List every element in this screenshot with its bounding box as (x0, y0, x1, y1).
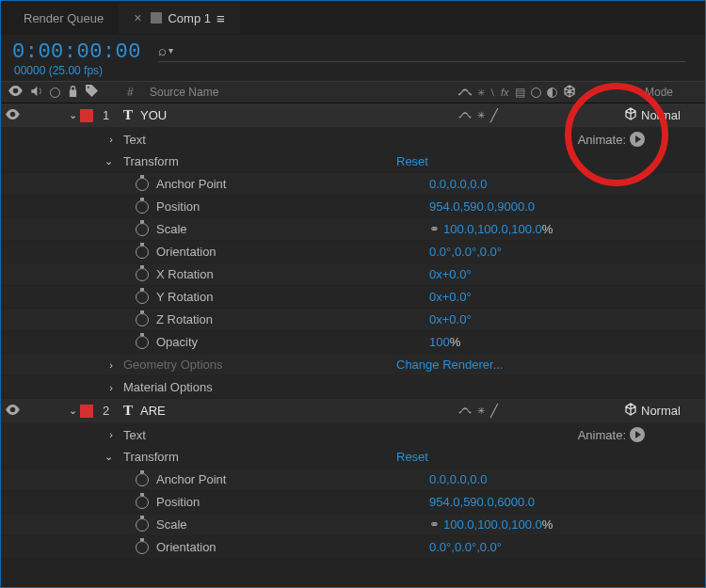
eye-toggle-icon[interactable] (6, 108, 20, 122)
close-icon[interactable]: × (134, 10, 141, 25)
text-group-label[interactable]: Text (123, 428, 425, 442)
prop-scale[interactable]: Scale (156, 517, 429, 532)
twirl-right-icon[interactable]: › (106, 382, 116, 393)
layer-row[interactable]: ⌄ 1 T YOU ✳ ╱ Normal (1, 103, 705, 128)
3d-header-icon (563, 85, 576, 101)
prop-anchor-point-value[interactable]: 0.0,0.0,0.0 (429, 472, 705, 486)
3d-toggle-icon[interactable] (624, 403, 637, 419)
prop-opacity-value[interactable]: 100% (429, 335, 705, 349)
twirl-down-icon[interactable]: ⌄ (66, 109, 80, 121)
prop-position[interactable]: Position (156, 495, 429, 509)
stopwatch-icon[interactable] (136, 473, 149, 486)
material-options-label[interactable]: Material Options (123, 380, 396, 394)
tab-comp-1[interactable]: × Comp 1 ≡ (119, 3, 239, 34)
layer-index: 1 (97, 108, 123, 122)
animate-menu-icon[interactable] (630, 132, 645, 147)
col-mode[interactable]: Mode (637, 86, 705, 99)
col-source-name[interactable]: Source Name (150, 86, 458, 99)
blend-mode[interactable]: Normal (637, 108, 705, 122)
layer-name[interactable]: YOU (140, 108, 167, 122)
text-layer-icon: T (123, 107, 133, 123)
stopwatch-icon[interactable] (136, 178, 149, 191)
frameblend-header-icon: ▤ (515, 86, 525, 99)
current-time[interactable]: 0:00:00:00 (12, 40, 141, 64)
fx-header-icon: ✳ (477, 87, 485, 98)
stopwatch-icon[interactable] (136, 291, 149, 304)
prop-orientation-value[interactable]: 0.0°,0.0°,0.0° (429, 540, 705, 554)
prop-x-rotation-value[interactable]: 0x+0.0° (429, 267, 705, 281)
stopwatch-icon[interactable] (136, 246, 149, 259)
eye-header-icon (8, 86, 23, 99)
stopwatch-icon[interactable] (136, 336, 149, 349)
twirl-down-icon[interactable]: ⌄ (102, 451, 116, 463)
prop-position[interactable]: Position (156, 199, 429, 214)
prop-orientation-value[interactable]: 0.0°,0.0°,0.0° (429, 245, 705, 259)
animate-menu-icon[interactable] (630, 427, 645, 442)
prop-orientation[interactable]: Orientation (156, 540, 429, 554)
change-renderer-link[interactable]: Change Renderer... (396, 358, 705, 372)
constrain-link-icon[interactable]: ⚭ (429, 517, 440, 532)
stopwatch-icon[interactable] (136, 200, 149, 214)
prop-x-rotation[interactable]: X Rotation (156, 267, 429, 281)
solo-header-icon (50, 87, 60, 98)
shy-toggle-icon[interactable] (458, 404, 472, 418)
prop-anchor-point[interactable]: Anchor Point (156, 472, 429, 486)
prop-scale[interactable]: Scale (156, 222, 429, 236)
prop-scale-value[interactable]: ⚭100.0,100.0,100.0% (429, 222, 705, 236)
prop-anchor-point-value[interactable]: 0.0,0.0,0.0 (429, 177, 705, 191)
blend-mode[interactable]: Normal (637, 404, 705, 418)
prop-position-value[interactable]: 954.0,590.0,9000.0 (429, 199, 705, 214)
stopwatch-icon[interactable] (136, 223, 149, 236)
prop-scale-value[interactable]: ⚭100.0,100.0,100.0% (429, 517, 705, 532)
quality-toggle-icon[interactable]: ╱ (490, 108, 498, 122)
prop-position-value[interactable]: 954.0,590.0,6000.0 (429, 495, 705, 509)
twirl-right-icon[interactable]: › (106, 134, 116, 145)
text-group-label[interactable]: Text (123, 133, 425, 147)
effects-header-icon: fx (501, 87, 509, 98)
search-dropdown-icon[interactable]: ▾ (168, 45, 173, 56)
prop-opacity[interactable]: Opacity (156, 335, 429, 349)
frame-info[interactable]: 00000 (25.00 fps) (1, 64, 705, 81)
stopwatch-icon[interactable] (136, 496, 149, 509)
tab-label: Comp 1 (168, 11, 211, 25)
stopwatch-icon[interactable] (136, 313, 149, 326)
twirl-right-icon[interactable]: › (106, 429, 116, 440)
prop-y-rotation[interactable]: Y Rotation (156, 290, 429, 304)
comp-swatch-icon (151, 12, 162, 24)
quality-toggle-icon[interactable]: ╱ (490, 404, 498, 418)
transform-reset[interactable]: Reset (396, 450, 705, 464)
transform-reset[interactable]: Reset (396, 154, 705, 168)
constrain-link-icon[interactable]: ⚭ (429, 222, 440, 236)
prop-y-rotation-value[interactable]: 0x+0.0° (429, 290, 705, 304)
text-layer-icon: T (123, 403, 133, 419)
lock-header-icon (68, 85, 78, 100)
stopwatch-icon[interactable] (136, 541, 149, 554)
column-header: # Source Name ✳ ⧵ fx ▤ Mode (1, 81, 705, 103)
prop-anchor-point[interactable]: Anchor Point (156, 177, 429, 191)
transform-group-label[interactable]: Transform (123, 450, 396, 464)
collapse-toggle-icon[interactable]: ✳ (477, 110, 485, 120)
prop-orientation[interactable]: Orientation (156, 245, 429, 259)
stopwatch-icon[interactable] (136, 518, 149, 532)
layer-row[interactable]: ⌄ 2 T ARE ✳ ╱ Normal (1, 399, 705, 423)
motionblur-header-icon (531, 87, 541, 98)
adjustment-header-icon (547, 87, 557, 98)
collapse-toggle-icon[interactable]: ✳ (477, 405, 485, 416)
quality-header-icon: ⧵ (490, 86, 495, 99)
label-color-chip[interactable] (80, 109, 93, 122)
stopwatch-icon[interactable] (136, 268, 149, 281)
twirl-down-icon[interactable]: ⌄ (102, 155, 116, 167)
prop-z-rotation[interactable]: Z Rotation (156, 312, 429, 326)
label-color-chip[interactable] (80, 405, 93, 418)
prop-z-rotation-value[interactable]: 0x+0.0° (429, 312, 705, 326)
twirl-down-icon[interactable]: ⌄ (66, 405, 80, 417)
transform-group-label[interactable]: Transform (123, 154, 396, 168)
twirl-right-icon[interactable]: › (106, 359, 116, 371)
3d-toggle-icon[interactable] (624, 107, 637, 123)
eye-toggle-icon[interactable] (6, 404, 20, 418)
layer-name[interactable]: ARE (140, 404, 166, 418)
tab-render-queue[interactable]: Render Queue (8, 4, 119, 33)
panel-menu-icon[interactable]: ≡ (217, 10, 225, 26)
shy-toggle-icon[interactable] (458, 108, 472, 122)
search-input[interactable]: ⌕ ▾ (158, 42, 685, 62)
